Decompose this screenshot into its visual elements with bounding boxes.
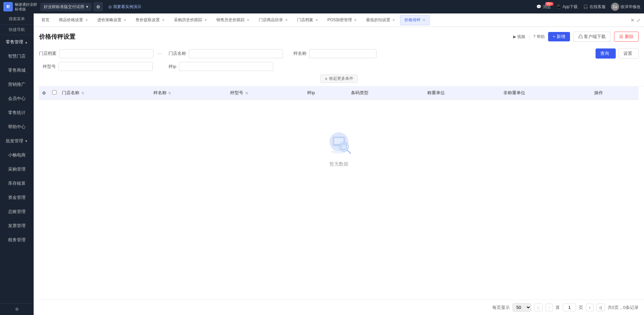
sidebar-item-marketing[interactable]: 营销推广 (0, 77, 34, 92)
sidebar-item-invoice[interactable]: 发票管理 (0, 219, 34, 233)
tab-sale-history[interactable]: 销售历史价跟踪 ✕ (212, 15, 254, 25)
help-link[interactable]: ? 帮助 (533, 34, 545, 40)
tab-close-price-scale[interactable]: ✕ (423, 18, 425, 22)
app-download-btn[interactable]: 📱 App下载 (556, 4, 578, 10)
table-header-weight-unit: 称重单位 (425, 86, 501, 100)
tab-price-setting[interactable]: 商品价格设置 ✕ (55, 15, 92, 25)
filter-scale-model: 秤型号 (39, 62, 153, 71)
top-bar-right: 💬 消息 99+ 📱 App下载 🎧 在线客服 Ea 徐泽华修改 (536, 3, 641, 11)
tab-purchase-history[interactable]: 采购历史价跟踪 ✕ (170, 15, 211, 25)
tab-close-purchase-history[interactable]: ✕ (204, 18, 207, 22)
messages-badge: 99+ (545, 2, 553, 6)
tab-min-discount[interactable]: 最低折扣设置 ✕ (362, 15, 399, 25)
settings-filter-btn[interactable]: 设置 (618, 48, 639, 59)
svg-line-5 (347, 150, 351, 153)
first-page-btn[interactable]: |‹ (534, 304, 543, 311)
sidebar-item-ledger[interactable]: 总账管理 (0, 205, 34, 219)
sidebar-search[interactable]: 搜索菜单 (0, 13, 34, 25)
user-info[interactable]: Ea 徐泽华修改 (611, 3, 641, 11)
sidebar-item-finance[interactable]: 资金管理 (0, 190, 34, 205)
tab-bar-actions: ✕ ⤢ (631, 18, 641, 23)
new-btn[interactable]: + 新增 (548, 32, 570, 41)
delete-btn[interactable]: 亩 删除 (614, 32, 639, 42)
tab-expand-btn[interactable]: ⤢ (637, 18, 641, 23)
scale-ip-input[interactable] (179, 62, 273, 71)
table-header-settings[interactable]: ⚙ (39, 86, 49, 100)
sort-scale-name-icon: ⇅ (168, 91, 171, 95)
scale-model-label: 秤型号 (39, 64, 56, 70)
sidebar-item-smart-store[interactable]: 智慧门店 (0, 49, 34, 63)
wholesale-arrow-icon: ▼ (25, 139, 28, 143)
current-page-input[interactable] (563, 304, 576, 311)
tab-store-archive[interactable]: 门店档案 ✕ (293, 15, 322, 25)
sidebar-item-inventory[interactable]: 库存核算 (0, 176, 34, 190)
next-page-btn[interactable]: › (586, 304, 593, 311)
tab-close-sale-history[interactable]: ✕ (247, 18, 249, 22)
tab-purchase-strategy[interactable]: 进价策略设置 ✕ (93, 15, 131, 25)
table-header-non-weight-unit: 非称重单位 (501, 86, 592, 100)
sidebar-item-retail-stats[interactable]: 零售统计 (0, 106, 34, 120)
filter-scale-ip: 秤ip (159, 62, 273, 71)
query-btn[interactable]: 查询 (596, 48, 616, 59)
sidebar-item-tax[interactable]: 税务管理 (0, 233, 34, 247)
tab-home[interactable]: 首页 (37, 15, 54, 25)
store-name-input[interactable] (189, 49, 283, 58)
scale-model-input[interactable] (59, 62, 153, 71)
tab-pos-encrypt[interactable]: POS加密管理 ✕ (323, 15, 361, 25)
settings-icon[interactable]: ⚙ (94, 2, 103, 11)
sidebar-quick-nav[interactable]: 快捷导航 (0, 25, 34, 35)
demo-link[interactable]: ◎ 我要看实例演示 (108, 4, 141, 10)
table-container: ⚙ 门店名称 ⇅ 秤名称 ⇅ 秤型号 (34, 86, 644, 300)
page-label-post: 页 (579, 305, 583, 311)
last-page-btn[interactable]: ›| (596, 304, 605, 311)
table-header-scale-model[interactable]: 秤型号 ⇅ (227, 86, 305, 100)
sidebar-item-help[interactable]: 帮助中心 (0, 120, 34, 134)
table-header-store-name[interactable]: 门店名称 ⇅ (59, 86, 151, 100)
tab-close-pos-encrypt[interactable]: ✕ (354, 18, 357, 22)
collapse-btn[interactable]: ∧ 收起更多条件 (320, 74, 358, 83)
tab-close-store-catalog[interactable]: ✕ (285, 18, 288, 22)
tab-close-sale-extract[interactable]: ✕ (162, 18, 165, 22)
sidebar-item-wholesale[interactable]: 批发管理 ▼ (0, 134, 34, 148)
sidebar-settings-btn[interactable]: ⚙ (0, 303, 34, 315)
scale-name-input[interactable] (309, 49, 377, 58)
store-archive-input[interactable] (59, 49, 153, 58)
filter-area: 门店档案 ··· 门店名称 秤名称 查询 设置 (34, 45, 644, 86)
filter-scale-name: 秤名称 (290, 49, 377, 58)
avatar: Ea (611, 3, 619, 11)
sort-store-name-icon: ⇅ (81, 91, 84, 95)
logo-text: 畅捷通好业财 标准版 (15, 2, 37, 12)
version-selector[interactable]: 好业财标准版交付试用 ▾ (40, 3, 92, 11)
tab-close-price-setting[interactable]: ✕ (85, 18, 88, 22)
tab-close-all-btn[interactable]: ✕ (631, 18, 635, 23)
sidebar-item-retail[interactable]: 零售管理 ▲ (0, 35, 34, 49)
prev-page-btn[interactable]: ‹ (545, 304, 553, 311)
tab-close-purchase-strategy[interactable]: ✕ (123, 18, 126, 22)
tab-store-catalog[interactable]: 门店商品目录 ✕ (254, 15, 292, 25)
sort-scale-model-icon: ⇅ (245, 91, 248, 95)
online-service-btn[interactable]: 🎧 在线客服 (583, 4, 606, 10)
page-title: 价格传秤设置 (39, 33, 75, 41)
download-btn[interactable]: 凸 客户端下载 (573, 32, 611, 42)
table-header-row: ⚙ 门店名称 ⇅ 秤名称 ⇅ 秤型号 (39, 86, 639, 100)
table-header-checkbox[interactable] (49, 86, 59, 100)
tab-close-min-discount[interactable]: ✕ (392, 18, 395, 22)
page-size-select[interactable]: 10 20 50 100 (512, 303, 531, 312)
table-header-barcode-type: 条码类型 (348, 86, 424, 100)
sidebar-item-mini-ec[interactable]: 小畅电商 (0, 148, 34, 162)
messages-btn[interactable]: 💬 消息 99+ (536, 4, 551, 10)
scale-ip-label: 秤ip (159, 64, 176, 70)
tab-bar: 首页 商品价格设置 ✕ 进价策略设置 ✕ 售价提取设置 ✕ 采购历史价跟踪 ✕ … (34, 13, 644, 27)
table-header-scale-name[interactable]: 秤名称 ⇅ (151, 86, 228, 100)
page-actions: ▶ 视频 | ? 帮助 + 新增 凸 客户端下载 亩 删除 (513, 32, 639, 42)
tab-close-store-archive[interactable]: ✕ (315, 18, 318, 22)
tab-sale-extract[interactable]: 售价提取设置 ✕ (131, 15, 169, 25)
video-link[interactable]: ▶ 视频 (513, 34, 525, 40)
sidebar-item-purchase[interactable]: 采购管理 (0, 162, 34, 176)
store-archive-dots[interactable]: ··· (157, 50, 162, 57)
select-all-checkbox[interactable] (52, 90, 57, 95)
sidebar-item-member[interactable]: 会员中心 (0, 92, 34, 106)
sidebar-item-online-shop[interactable]: 零售商城 (0, 63, 34, 77)
tab-price-scale[interactable]: 价格传秤 ✕ (400, 15, 430, 25)
table-header-actions: 操作 (592, 86, 639, 100)
